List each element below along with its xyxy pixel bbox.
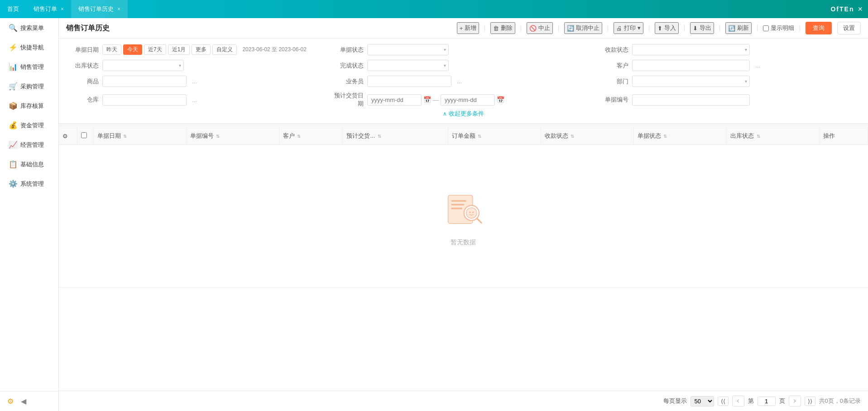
filter-cell-dept: 部门 ▾ — [596, 76, 861, 87]
bill-status-select[interactable] — [367, 44, 449, 55]
th-stock-status[interactable]: 出库状态 ⇅ — [726, 127, 819, 145]
th-receipt-status-label: 收款状态 — [545, 132, 568, 139]
sidebar-item-finance[interactable]: 💰 资金管理 — [0, 116, 58, 135]
sidebar-collapse-icon[interactable]: ◀ — [21, 397, 26, 406]
empty-state: 暂无数据 — [62, 150, 864, 283]
svg-rect-2 — [451, 204, 465, 205]
query-button[interactable]: 查询 — [806, 22, 832, 34]
th-delivery[interactable]: 预计交货... ⇅ — [343, 127, 448, 145]
search-menu-icon: 🔍 — [9, 24, 17, 32]
svg-point-8 — [472, 212, 474, 213]
th-receipt-status[interactable]: 收款状态 ⇅ — [541, 127, 633, 145]
tab-home[interactable]: + 新增 首页 — [0, 0, 26, 18]
stock-status-label: 出库状态 — [66, 62, 102, 70]
tab-sales-history-close[interactable]: × — [117, 6, 120, 12]
customer-input[interactable] — [632, 60, 750, 71]
delivery-date-end-icon[interactable]: 📅 — [497, 96, 504, 103]
delete-icon: 🗑 — [493, 25, 499, 32]
date-btn-custom[interactable]: 自定义 — [212, 44, 237, 55]
top-bar-close[interactable]: × — [858, 5, 863, 14]
bill-status-select-wrap: ▾ — [367, 44, 449, 55]
th-order-amount[interactable]: 订单金额 ⇅ — [448, 127, 541, 145]
customer-label: 客户 — [596, 62, 632, 70]
page-size-select[interactable]: 20 50 100 — [691, 396, 714, 406]
data-table: ⚙ 单据日期 ⇅ 单据编号 ⇅ — [59, 127, 868, 288]
warehouse-input[interactable] — [102, 94, 187, 106]
delivery-date-start[interactable] — [367, 94, 422, 106]
print-button[interactable]: 🖨 打印 ▾ — [614, 22, 643, 34]
collapse-more[interactable]: ∧ 收起更多条件 — [66, 108, 861, 118]
pagination-next[interactable]: ﹥ — [789, 396, 801, 406]
th-settings[interactable]: ⚙ — [59, 127, 77, 145]
refresh-button[interactable]: 🔃 刷新 — [725, 22, 752, 34]
pagination-last[interactable]: ⟩⟩ — [805, 396, 815, 406]
date-btn-today[interactable]: 今天 — [123, 44, 142, 55]
filter-cell-complete-status: 完成状态 ▾ — [331, 60, 596, 71]
warehouse-dots[interactable]: ... — [192, 97, 197, 103]
sidebar-item-sales[interactable]: 📊 销售管理 — [0, 57, 58, 77]
tab-sales-order[interactable]: 销售订单 × — [26, 0, 71, 18]
th-customer[interactable]: 客户 ⇅ — [279, 127, 343, 145]
sidebar-item-basic-info[interactable]: 📋 基础信息 — [0, 155, 58, 174]
cancel-stop-button[interactable]: 🔄 取消中止 — [564, 22, 602, 34]
export-button[interactable]: ⬇ 导出 — [690, 22, 714, 34]
sidebar-settings-icon[interactable]: ⚙ — [7, 397, 14, 406]
date-filter-value: 昨天 今天 近7天 近1月 更多 自定义 2023-06-02 至 2023-0… — [102, 44, 331, 55]
date-btn-7days[interactable]: 近7天 — [144, 44, 166, 55]
new-button[interactable]: + 新增 — [457, 22, 480, 34]
settings-button[interactable]: 设置 — [837, 22, 861, 34]
bill-no-value — [632, 94, 861, 106]
pagination-prev[interactable]: ﹤ — [732, 396, 744, 406]
salesman-value: ... — [367, 76, 596, 87]
sidebar: 🔍 搜索菜单 ⚡ 快捷导航 📊 销售管理 🛒 采购管理 📦 库存核算 💰 资金管… — [0, 18, 59, 411]
customer-dots[interactable]: ... — [755, 62, 760, 69]
pagination-total: 共0页，0条记录 — [819, 397, 861, 405]
sidebar-item-quicknav[interactable]: ⚡ 快捷导航 — [0, 38, 58, 57]
th-bill-date[interactable]: 单据日期 ⇅ — [93, 127, 186, 145]
bill-status-value: ▾ — [367, 44, 596, 55]
content-area: 销售订单历史 + 新增 🗑 删除 🚫 中止 🔄 — [59, 18, 868, 411]
th-delivery-label: 预计交货... — [346, 132, 375, 139]
collapse-icon: ∧ — [443, 111, 447, 117]
export-icon: ⬇ — [693, 25, 698, 32]
pagination-page-input[interactable] — [758, 396, 776, 406]
import-button[interactable]: ⬆ 导入 — [655, 22, 679, 34]
tab-sales-history[interactable]: 销售订单历史 × — [71, 0, 128, 18]
date-btn-1month[interactable]: 近1月 — [168, 44, 190, 55]
th-bill-status[interactable]: 单据状态 ⇅ — [633, 127, 726, 145]
date-btn-more[interactable]: 更多 — [192, 44, 211, 55]
th-bill-no[interactable]: 单据编号 ⇅ — [186, 127, 279, 145]
receipt-status-select[interactable] — [632, 44, 750, 55]
sidebar-item-system[interactable]: ⚙️ 系统管理 — [0, 174, 58, 193]
dept-select[interactable] — [632, 76, 750, 87]
product-dots[interactable]: ... — [192, 78, 197, 85]
salesman-input[interactable] — [367, 76, 451, 87]
complete-status-select[interactable] — [367, 60, 449, 71]
salesman-dots[interactable]: ... — [457, 78, 462, 85]
delivery-date-end[interactable] — [441, 94, 495, 106]
select-all-checkbox[interactable] — [81, 132, 87, 138]
receipt-status-value: ▾ — [632, 44, 861, 55]
settings-gear-icon[interactable]: ⚙ — [62, 133, 68, 140]
dept-value: ▾ — [632, 76, 861, 87]
filter-cell-bill-status: 单据状态 ▾ — [331, 44, 596, 55]
delivery-date-start-icon[interactable]: 📅 — [423, 96, 431, 103]
sidebar-item-operations[interactable]: 📈 经营管理 — [0, 135, 58, 155]
page-title: 销售订单历史 — [66, 24, 110, 33]
display-toggle[interactable]: 显示明细 — [763, 24, 794, 32]
pagination-first[interactable]: ⟨⟨ — [718, 396, 729, 406]
divider-6 — [684, 25, 685, 31]
product-input[interactable] — [102, 76, 187, 87]
display-toggle-checkbox[interactable] — [763, 25, 769, 31]
tab-sales-order-close[interactable]: × — [61, 6, 64, 12]
sidebar-item-search[interactable]: 🔍 搜索菜单 — [0, 18, 58, 38]
date-btn-yesterday[interactable]: 昨天 — [102, 44, 121, 55]
delete-button[interactable]: 🗑 删除 — [490, 22, 515, 34]
bill-no-input[interactable] — [632, 94, 750, 106]
sidebar-item-purchase[interactable]: 🛒 采购管理 — [0, 77, 58, 96]
pagination-bar: 每页显示 20 50 100 ⟨⟨ ﹤ 第 页 ﹥ ⟩⟩ 共0页，0条记录 — [59, 391, 868, 411]
stop-button[interactable]: 🚫 中止 — [527, 22, 553, 34]
stock-status-select[interactable] — [102, 60, 184, 71]
sidebar-item-inventory[interactable]: 📦 库存核算 — [0, 96, 58, 116]
th-checkbox[interactable] — [77, 127, 93, 145]
